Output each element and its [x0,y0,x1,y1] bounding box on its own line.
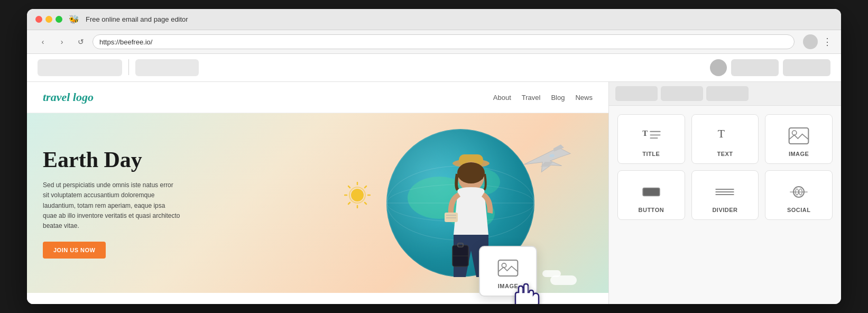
cloud-2 [542,270,561,277]
panel-toolbar-btn-3[interactable] [706,86,749,101]
maximize-button[interactable] [56,16,62,23]
app-toolbar [27,54,841,82]
browser-titlebar: 🐝 Free online email and page editor [27,9,841,30]
image-panel-icon-svg [788,126,809,145]
tab-title: Free online email and page editor [86,15,188,23]
back-button[interactable]: ‹ [35,34,50,49]
hero-subtitle: Sed ut perspiciatis unde omnis iste natu… [43,180,180,231]
toolbar-right [710,59,830,76]
divider-icon-svg [714,182,735,201]
toolbar-action-btn-1[interactable] [731,59,779,76]
divider-block-icon [712,181,737,202]
panel-toolbar-btn-2[interactable] [661,86,703,101]
travel-logo: travel logo [43,90,94,104]
browser-window: 🐝 Free online email and page editor ‹ › … [27,9,841,304]
image-icon-svg [497,259,519,278]
block-item-text[interactable]: T TEXT [691,114,759,164]
svg-rect-40 [789,128,809,144]
svg-point-30 [457,162,485,183]
panel-toolbar-btn-1[interactable] [615,86,658,101]
text-icon-svg: T [714,126,735,145]
block-item-social[interactable]: SOCIAL [765,170,833,220]
svg-text:T: T [718,127,725,140]
button-block-label: BUTTON [639,207,664,213]
toolbar-btn-group-left [38,59,199,76]
hero-title: Earth Day [43,148,191,172]
social-block-label: SOCIAL [787,207,811,213]
main-area: travel logo About Travel Blog News Earth… [27,82,841,304]
nav-about[interactable]: About [493,94,511,102]
title-block-icon: T [639,125,664,146]
toolbar-divider [128,59,129,75]
nav-links: About Travel Blog News [493,94,593,102]
user-avatar[interactable] [710,59,727,76]
text-block-icon: T [712,125,737,146]
hero-visual [291,113,608,293]
sun-svg [344,182,371,208]
hero-content: Earth Day Sed ut perspiciatis unde omnis… [27,126,207,280]
browser-toolbar: ‹ › ↺ https://beefree.io/ ⋮ [27,30,841,54]
divider-block-label: DIVIDER [712,207,737,213]
hero-cta-button[interactable]: JOIN US NOW [43,242,106,259]
nav-blog[interactable]: Blog [551,94,565,102]
blocks-grid: T TITLE T TEXT [609,106,841,228]
button-icon-svg [641,182,662,201]
hand-cursor-svg [513,278,545,304]
image-block-icon [495,257,521,279]
block-item-image[interactable]: IMAGE [765,114,833,164]
minimize-button[interactable] [45,16,52,23]
menu-button[interactable]: ⋮ [822,36,833,47]
nav-travel[interactable]: Travel [522,94,541,102]
right-panel: T TITLE T TEXT [608,82,841,304]
svg-point-32 [502,263,506,268]
social-block-icon [786,181,811,202]
refresh-button[interactable]: ↺ [73,34,88,49]
forward-button[interactable]: › [54,34,69,49]
svg-point-7 [351,189,364,201]
social-icon-svg [788,182,809,201]
block-item-button[interactable]: BUTTON [617,170,685,220]
block-item-divider[interactable]: DIVIDER [691,170,759,220]
svg-line-14 [365,202,366,204]
page-header: travel logo About Travel Blog News [27,82,608,113]
svg-point-41 [792,131,797,135]
nav-news[interactable]: News [575,94,593,102]
toolbar-placeholder-1[interactable] [38,59,122,76]
cursor-hand [513,278,545,304]
canvas-area: travel logo About Travel Blog News Earth… [27,82,608,304]
button-block-icon [639,181,664,202]
toolbar-action-btn-2[interactable] [783,59,830,76]
svg-line-15 [365,186,366,188]
svg-rect-24 [445,213,458,222]
block-item-title[interactable]: T TITLE [617,114,685,164]
profile-avatar[interactable] [803,34,818,49]
svg-line-16 [348,202,350,204]
panel-toolbar [609,82,841,106]
svg-rect-43 [643,188,659,195]
image-panel-block-icon [786,125,811,146]
title-icon-svg: T [641,126,662,145]
svg-rect-31 [498,260,518,276]
window-controls [35,16,62,23]
image-panel-block-label: IMAGE [789,151,809,157]
text-block-label: TEXT [717,151,733,157]
sun-graphic [344,182,371,208]
toolbar-placeholder-2[interactable] [135,59,199,76]
address-bar[interactable]: https://beefree.io/ [93,34,795,49]
close-button[interactable] [35,16,42,23]
svg-text:T: T [642,129,648,137]
title-block-label: TITLE [642,151,660,157]
svg-line-13 [348,186,350,188]
